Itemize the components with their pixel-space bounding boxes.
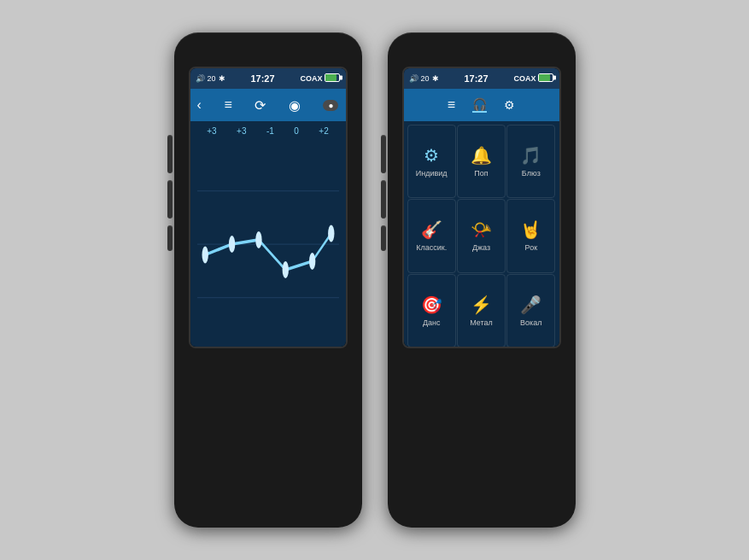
individual-icon: ⚙: [424, 145, 439, 166]
right-screen: 🔊 20 ✱ 17:27 COAX ≡ 🎧 ⚙: [402, 67, 561, 348]
eq-dot-6[interactable]: [328, 225, 334, 242]
menu-top-bar: ≡ 🎧 ⚙: [404, 89, 559, 121]
menu-grid: ⚙ Индивид 🔔 Поп 🎵 Блюз 🎸 Классик. 📯: [404, 121, 559, 348]
menu-item-pop[interactable]: 🔔 Поп: [457, 125, 506, 198]
right-bluetooth-icon: ✱: [432, 74, 439, 83]
right-volume-value: 20: [421, 74, 430, 83]
right-statusbar-right: COAX: [513, 73, 553, 84]
menu-top-headphone-icon[interactable]: 🎧: [472, 97, 487, 113]
right-time: 17:27: [464, 73, 488, 84]
power-button[interactable]: [167, 225, 173, 251]
metal-icon: ⚡: [471, 295, 492, 315]
right-volume-up-button[interactable]: [381, 135, 386, 173]
right-volume-icon: 🔊: [409, 74, 418, 83]
dance-label: Данс: [423, 318, 441, 327]
left-screen: 🔊 20 ✱ 17:27 COAX ‹ ≡ ⟳ ◉: [189, 67, 348, 348]
classic-icon: 🎸: [421, 219, 442, 240]
eq-val-5: +2: [319, 126, 328, 136]
right-input-label: COAX: [513, 74, 535, 83]
menu-item-blues[interactable]: 🎵 Блюз: [506, 125, 555, 198]
menu-item-vocal[interactable]: 🎤 Вокал: [506, 274, 555, 347]
back-icon[interactable]: ‹: [197, 97, 202, 113]
eq-val-1: +3: [207, 126, 216, 136]
eq-dot-3[interactable]: [255, 231, 261, 248]
right-battery-fill: [539, 74, 550, 81]
menu-item-rock[interactable]: 🤘 Рок: [506, 199, 555, 272]
menu-item-jazz[interactable]: 📯 Джаз: [457, 199, 506, 272]
menu-item-classic[interactable]: 🎸 Классик.: [407, 199, 456, 272]
eq-values: +3 +3 -1 0 +2: [190, 121, 346, 137]
blues-icon: 🎵: [520, 145, 541, 166]
timer-icon[interactable]: ⟳: [255, 97, 266, 114]
menu-item-metal[interactable]: ⚡ Метал: [457, 274, 506, 347]
eq-toolbar: ‹ ≡ ⟳ ◉ ●: [190, 89, 346, 121]
right-battery: [538, 73, 553, 84]
circle-icon[interactable]: ◉: [289, 97, 301, 114]
left-device: 🔊 20 ✱ 17:27 COAX ‹ ≡ ⟳ ◉: [174, 32, 362, 528]
eq-dot-1[interactable]: [202, 247, 208, 264]
menu-item-individual[interactable]: ⚙ Индивид: [407, 125, 456, 198]
bluetooth-icon: ✱: [219, 74, 225, 83]
eq-dot-4[interactable]: [282, 261, 288, 278]
eq-dot-2[interactable]: [228, 236, 234, 253]
vocal-label: Вокал: [520, 318, 541, 327]
menu-top-eq-icon[interactable]: ≡: [448, 97, 455, 113]
dance-icon: 🎯: [421, 295, 442, 315]
left-battery: [325, 73, 340, 84]
volume-icon: 🔊: [196, 74, 205, 83]
eq-val-4: 0: [294, 126, 299, 136]
volume-value: 20: [208, 74, 216, 83]
eq-graph: [190, 137, 346, 348]
classic-label: Классик.: [416, 243, 447, 252]
left-input-label: COAX: [300, 74, 322, 83]
menu-item-dance[interactable]: 🎯 Данс: [407, 274, 456, 347]
individual-label: Индивид: [416, 169, 448, 178]
left-statusbar-left: 🔊 20 ✱: [196, 74, 225, 83]
menu-screen: ≡ 🎧 ⚙ ⚙ Индивид 🔔 Поп 🎵 Блюз: [404, 89, 559, 348]
right-power-button[interactable]: [381, 225, 386, 251]
blues-label: Блюз: [522, 169, 541, 178]
menu-top-comb-icon[interactable]: ⚙: [504, 98, 515, 112]
volume-up-button[interactable]: [167, 135, 173, 173]
right-battery-icon: [538, 73, 553, 82]
pop-icon: 🔔: [471, 145, 492, 166]
eq-val-3: -1: [266, 126, 274, 136]
pop-label: Поп: [474, 169, 488, 178]
left-device-buttons: [167, 135, 173, 251]
right-device: 🔊 20 ✱ 17:27 COAX ≡ 🎧 ⚙: [388, 32, 576, 528]
eq-screen: ‹ ≡ ⟳ ◉ ● +3 +3 -1 0 +2: [190, 89, 346, 348]
eq-val-2: +3: [237, 126, 246, 136]
eq-svg: [197, 137, 339, 348]
rock-icon: 🤘: [520, 219, 541, 240]
vocal-icon: 🎤: [520, 295, 541, 315]
left-statusbar-right: COAX: [300, 73, 340, 84]
jazz-label: Джаз: [472, 243, 490, 252]
toggle-icon[interactable]: ●: [323, 100, 338, 111]
right-device-buttons: [381, 135, 386, 251]
left-statusbar: 🔊 20 ✱ 17:27 COAX: [190, 68, 346, 89]
volume-down-button[interactable]: [167, 180, 173, 219]
right-statusbar: 🔊 20 ✱ 17:27 COAX: [404, 68, 559, 89]
left-battery-fill: [325, 74, 336, 81]
right-volume-down-button[interactable]: [381, 180, 386, 219]
right-statusbar-left: 🔊 20 ✱: [409, 74, 439, 83]
metal-label: Метал: [470, 318, 493, 327]
jazz-icon: 📯: [471, 219, 492, 240]
eq-dot-5[interactable]: [308, 253, 314, 270]
left-battery-icon: [325, 73, 340, 82]
rock-label: Рок: [525, 243, 538, 252]
left-time: 17:27: [250, 73, 274, 84]
eq-lines-icon[interactable]: ≡: [224, 97, 231, 113]
